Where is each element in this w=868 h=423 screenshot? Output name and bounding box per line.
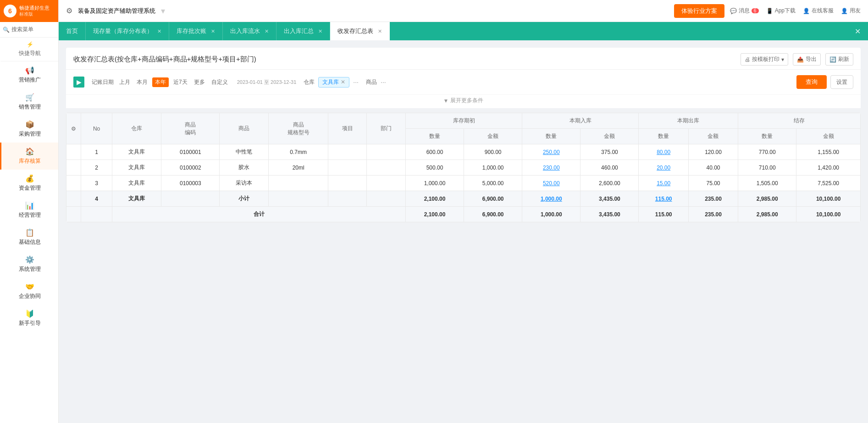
operation-icon: 📊 [25, 201, 34, 210]
warehouse-ellipsis[interactable]: ··· [353, 78, 359, 86]
export-label: 导出 [806, 55, 817, 63]
row3-in-amt: 2,600.00 [581, 176, 639, 191]
sidebar-item-guide[interactable]: 🔰 新手引导 [0, 305, 58, 332]
refresh-btn[interactable]: 🔄 刷新 [825, 53, 853, 66]
refresh-icon: 🔄 [829, 56, 836, 63]
subtotal-out-amt: 235.00 [688, 191, 738, 207]
row3-in-qty[interactable]: 520.00 [522, 176, 581, 191]
topbar: ⚙ 装备及固定资产辅助管理系统 ▾ 体验行业方案 💬 消息 6 📱 App下载 … [59, 0, 868, 22]
expand-label: 展开更多条件 [450, 97, 483, 104]
page-content: 收发存汇总表(按仓库+商品编码+商品+规格型号+项目+部门) 🖨 按模板打印 ▾… [59, 40, 868, 423]
topbar-actions: 💬 消息 6 📱 App下载 👤 在线客服 👤 用友 [730, 7, 861, 15]
warehouse-filter-label: 仓库 [304, 78, 315, 86]
tab-inout-flow[interactable]: 出入库流水 ✕ [223, 22, 276, 40]
date-opt-last-month[interactable]: 上月 [117, 77, 132, 87]
message-action[interactable]: 💬 消息 6 [730, 7, 759, 15]
row1-out-qty[interactable]: 80.00 [639, 144, 688, 160]
tab-batch-close[interactable]: ✕ [211, 28, 215, 34]
trial-btn[interactable]: 体验行业方案 [674, 4, 724, 18]
subtotal-spec [269, 191, 328, 207]
col-balance-header: 结存 [738, 113, 861, 129]
sidebar-item-collab[interactable]: 🤝 企业协同 [0, 278, 58, 305]
filter-right-actions: 查询 设置 [796, 75, 853, 89]
row1-opening-qty: 600.00 [405, 144, 464, 160]
row1-settings [66, 144, 81, 160]
sidebar-item-basic[interactable]: 📋 基础信息 [0, 224, 58, 251]
warehouse-filter-group: 仓库 文具库 ✕ ··· [304, 77, 359, 88]
sidebar-item-system[interactable]: ⚙️ 系统管理 [0, 251, 58, 278]
quick-nav-icon: ⚡ [27, 41, 33, 48]
date-opt-7days[interactable]: 近7天 [171, 77, 189, 87]
row3-goods-name: 采访本 [220, 176, 269, 191]
goods-ellipsis[interactable]: ··· [381, 78, 386, 86]
col-settings-header[interactable]: ⚙ [66, 113, 81, 144]
page-title: 收发存汇总表(按仓库+商品编码+商品+规格型号+项目+部门) [73, 55, 256, 64]
subtotal-row: 4 文具库 小计 2,100.00 6,900.00 1,000.00 3,43… [66, 191, 861, 207]
subtotal-dept [367, 191, 405, 207]
date-opt-more[interactable]: 更多 [192, 77, 207, 87]
col-goods-name-header: 商品 [220, 113, 269, 144]
row1-in-qty[interactable]: 250.00 [522, 144, 581, 160]
title-dropdown-icon[interactable]: ▾ [161, 6, 165, 16]
sidebar-item-finance[interactable]: 💰 资金管理 [0, 170, 58, 197]
sidebar-item-inventory[interactable]: 🏠 库存核算 [0, 143, 58, 170]
tab-recv-send-close[interactable]: ✕ [378, 28, 382, 34]
tab-batch[interactable]: 库存批次账 ✕ [169, 22, 223, 40]
tab-inout-summary-close[interactable]: ✕ [318, 28, 322, 34]
app-download-action[interactable]: 📱 App下载 [766, 7, 796, 15]
sidebar-item-marketing[interactable]: 📢 营销推广 [0, 61, 58, 88]
guide-icon: 🔰 [25, 309, 34, 318]
date-opt-custom[interactable]: 自定义 [210, 77, 230, 87]
logo-sub: 标准版 [19, 11, 50, 17]
goods-filter-label: 商品 [366, 78, 377, 86]
tab-inout-summary[interactable]: 出入库汇总 ✕ [276, 22, 330, 40]
row1-project [328, 144, 366, 160]
sidebar-item-sales[interactable]: 🛒 销售管理 [0, 88, 58, 115]
date-opt-this-year[interactable]: 本年 [152, 77, 169, 87]
setting-btn[interactable]: 设置 [830, 75, 853, 89]
window-close-btn[interactable]: ✕ [847, 27, 868, 36]
col-out-qty-header: 数量 [639, 129, 688, 144]
subtotal-in-qty[interactable]: 1,000.00 [522, 191, 581, 207]
sidebar-item-purchase[interactable]: 📦 采购管理 [0, 115, 58, 143]
row1-goods-spec: 0.7mm [269, 144, 328, 160]
row2-in-qty[interactable]: 230.00 [522, 160, 581, 176]
query-btn[interactable]: 查询 [796, 75, 827, 89]
tab-recv-send[interactable]: 收发存汇总表 ✕ [330, 22, 390, 40]
search-menu-item[interactable]: 🔍 搜索菜单 [0, 22, 58, 38]
sidebar-item-basic-label: 基础信息 [19, 238, 41, 246]
online-service-action[interactable]: 👤 在线客服 [803, 7, 834, 15]
export-btn[interactable]: 📤 导出 [793, 53, 821, 66]
col-warehouse-header: 仓库 [112, 113, 161, 144]
tab-stock-dist-close[interactable]: ✕ [157, 28, 161, 34]
col-balance-qty-header: 数量 [738, 129, 796, 144]
quick-nav-item[interactable]: ⚡ 快捷导航 [0, 38, 58, 61]
finance-icon: 💰 [25, 174, 34, 183]
date-opt-this-month[interactable]: 本月 [135, 77, 149, 87]
print-dropdown-icon: ▾ [781, 56, 784, 63]
user-action[interactable]: 👤 用友 [841, 7, 861, 15]
footer-in-amt: 3,435.00 [581, 207, 639, 222]
row3-out-qty[interactable]: 15.00 [639, 176, 688, 191]
row3-project [328, 176, 366, 191]
row2-out-qty[interactable]: 20.00 [639, 160, 688, 176]
print-btn[interactable]: 🖨 按模板打印 ▾ [741, 53, 788, 66]
date-filter-group: 记账日期 上月 本月 本年 近7天 更多 自定义 [92, 77, 230, 87]
tab-stock-dist[interactable]: 现存量（库存分布表） ✕ [86, 22, 169, 40]
row1-goods-code: 0100001 [161, 144, 220, 160]
message-label: 消息 [739, 7, 750, 15]
sidebar-item-operation[interactable]: 📊 经营管理 [0, 197, 58, 224]
filter-toggle-btn[interactable]: ▶ [73, 77, 84, 88]
subtotal-out-qty[interactable]: 115.00 [639, 191, 688, 207]
expand-more-btn[interactable]: ▼ 展开更多条件 [66, 95, 861, 108]
sidebar: 6 畅捷通好生意 标准版 🔍 搜索菜单 ⚡ 快捷导航 📢 营销推广 🛒 销售管理… [0, 0, 59, 423]
settings-icon[interactable]: ⚙ [66, 6, 72, 15]
subtotal-no: 4 [81, 191, 112, 207]
tab-inout-flow-close[interactable]: ✕ [265, 28, 269, 34]
export-icon: 📤 [797, 56, 804, 63]
tab-home-label: 首页 [66, 27, 78, 35]
tab-home[interactable]: 首页 [59, 22, 86, 40]
footer-in-qty: 1,000.00 [522, 207, 581, 222]
warehouse-tag-close[interactable]: ✕ [341, 79, 345, 85]
subtotal-opening-qty: 2,100.00 [405, 191, 464, 207]
